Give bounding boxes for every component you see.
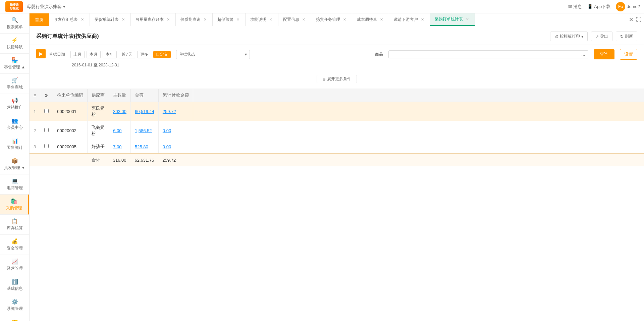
tab-close-receive-send[interactable]: ✕ — [80, 17, 85, 22]
cell-paid-amount[interactable]: 259.72 — [158, 102, 193, 121]
tab-expand-btn[interactable]: ⛶ — [636, 17, 641, 23]
cell-checkbox[interactable] — [40, 102, 53, 121]
goods-filter[interactable]: … — [388, 50, 588, 58]
refresh-button[interactable]: ↻ 刷新 — [616, 32, 637, 41]
cell-paid-amount[interactable]: 0.00 — [158, 140, 193, 154]
sidebar-item-retail-mgmt[interactable]: 🏪 零售管理 ▲ — [0, 54, 29, 74]
tab-label-invite-customer: 邀请下游客户 — [394, 17, 418, 22]
tab-receive-send[interactable]: 收发存汇总表 ✕ — [49, 13, 90, 26]
collab-icon: 🤝 — [1, 319, 28, 321]
cell-checkbox[interactable] — [40, 140, 53, 154]
row-checkbox[interactable] — [44, 109, 49, 113]
tab-close-pick-task[interactable]: ✕ — [342, 17, 347, 22]
tab-expiry-query[interactable]: 保质期查询 ✕ — [176, 13, 213, 26]
expand-more-btn[interactable]: ⊕ 展开更多条件 — [317, 75, 357, 83]
cell-main-qty[interactable]: 303.00 — [109, 102, 131, 121]
sidebar-label-retail-mgmt: 零售管理 ▲ — [4, 65, 25, 69]
refresh-label: 刷新 — [625, 34, 633, 39]
inventory-icon: 📋 — [1, 218, 28, 224]
sidebar-label-finance: 资金管理 — [7, 246, 23, 251]
ecommerce-icon: 💻 — [1, 178, 28, 184]
tab-label-expiry-query: 保质期查询 — [180, 17, 201, 22]
sidebar-item-search[interactable]: 🔍 搜索英单 — [0, 13, 29, 34]
sidebar-item-member[interactable]: 👥 会员中心 — [0, 114, 29, 134]
tab-purchase-stat[interactable]: 要货单统计表 ✕ — [90, 13, 131, 26]
query-button[interactable]: 查询 — [594, 49, 614, 59]
sidebar-item-operations[interactable]: 📈 经营管理 — [0, 255, 29, 275]
page-header-actions: 🖨 按模板打印 ▾ ↗ 导出 ↻ 刷新 — [550, 32, 637, 41]
tab-close-all-btn[interactable]: ✕ — [629, 16, 633, 23]
sidebar-label-retail-shop: 零售商城 — [7, 85, 23, 90]
row-checkbox[interactable] — [44, 128, 49, 132]
cell-main-qty[interactable]: 6.00 — [109, 121, 131, 140]
expand-icon: ⊕ — [322, 77, 326, 82]
sidebar-item-retail-stat[interactable]: 📊 零售统计 — [0, 134, 29, 154]
user-action[interactable]: Ea demo2 — [616, 2, 640, 11]
date-btn-this-month[interactable]: 本月 — [87, 51, 101, 58]
date-btn-7days[interactable]: 近7天 — [119, 51, 135, 58]
tab-label-pick-task: 拣货任务管理 — [316, 17, 340, 22]
tab-home-label: 首页 — [35, 17, 44, 23]
cell-supplier: 惠氏奶粉 — [88, 102, 109, 121]
tab-close-func-desc[interactable]: ✕ — [268, 17, 273, 22]
sidebar-item-system[interactable]: ⚙️ 系统管理 — [0, 295, 29, 315]
tab-label-purchase-stat: 要货单统计表 — [95, 17, 119, 22]
tab-close-purchase-stat[interactable]: ✕ — [121, 17, 126, 22]
sidebar-item-nav[interactable]: ⚡ 快捷导航 — [0, 34, 29, 54]
tab-close-overstock[interactable]: ✕ — [235, 17, 240, 22]
sidebar-item-purchase[interactable]: 🛍️ 采购管理 — [0, 195, 29, 215]
sidebar-item-collab[interactable]: 🤝 企业协同 — [0, 315, 29, 321]
template-print-button[interactable]: 🖨 按模板打印 ▾ — [550, 32, 588, 41]
top-bar: 畅捷通好生意 母婴行业演示账套 ▾ ✉ 消息 📱 App下载 Ea demo2 — [0, 0, 644, 13]
message-action[interactable]: ✉ 消息 — [568, 4, 582, 10]
tab-close-cost-adjust[interactable]: ✕ — [379, 17, 384, 22]
sidebar-item-ecommerce[interactable]: 💻 电商管理 — [0, 174, 29, 195]
sidebar-item-inventory[interactable]: 📋 库存核算 — [0, 215, 29, 235]
app-download-action[interactable]: 📱 App下载 — [587, 4, 610, 10]
tab-close-expiry-query[interactable]: ✕ — [203, 17, 208, 22]
cell-amount[interactable]: 525.80 — [131, 140, 159, 154]
cell-checkbox[interactable] — [40, 121, 53, 140]
workspace-selector[interactable]: 母婴行业演示账套 ▾ — [27, 4, 65, 10]
tab-close-available-inv[interactable]: ✕ — [166, 17, 171, 22]
settings-button[interactable]: 设置 — [620, 49, 637, 60]
system-icon: ⚙️ — [1, 299, 28, 305]
date-custom-btn[interactable]: 自定义 — [153, 51, 171, 58]
tab-purchase-order-stat[interactable]: 采购订单统计表 ✕ — [430, 13, 475, 26]
sidebar-item-finance[interactable]: 💰 资金管理 — [0, 235, 29, 255]
tab-func-desc[interactable]: 功能说明 ✕ — [246, 13, 278, 26]
cell-empty — [193, 121, 644, 140]
date-btn-more[interactable]: 更多 — [137, 51, 151, 58]
sidebar-item-wholesale[interactable]: 📦 批发管理 ▼ — [0, 154, 29, 174]
export-button[interactable]: ↗ 导出 — [591, 32, 612, 41]
cell-amount[interactable]: 60,519.44 — [131, 102, 159, 121]
tab-cost-adjust[interactable]: 成本调整单 ✕ — [352, 13, 389, 26]
tab-pick-task[interactable]: 拣货任务管理 ✕ — [311, 13, 352, 26]
status-filter[interactable]: 单据状态 ▾ — [176, 50, 250, 59]
finance-icon: 💰 — [1, 238, 28, 245]
sidebar-item-retail-shop[interactable]: 🛒 零售商城 — [0, 74, 29, 94]
table-footer-row: 合计 316.00 62,631.76 259.72 — [30, 153, 644, 166]
sidebar: 🔍 搜索英单 ⚡ 快捷导航 🏪 零售管理 ▲ 🛒 零售商城 📢 营销推广 👥 会… — [0, 13, 30, 321]
cell-amount[interactable]: 1,586.52 — [131, 121, 159, 140]
tab-config-info[interactable]: 配置信息 ✕ — [278, 13, 311, 26]
row-checkbox[interactable] — [44, 144, 49, 148]
date-btn-this-year[interactable]: 本年 — [103, 51, 117, 58]
tab-close-purchase-order-stat[interactable]: ✕ — [465, 17, 470, 22]
cell-main-qty[interactable]: 7.00 — [109, 140, 131, 154]
tab-available-inv[interactable]: 可用量库存账本 ✕ — [131, 13, 176, 26]
tab-overstock[interactable]: 超储预警 ✕ — [213, 13, 246, 26]
nav-icon: ⚡ — [1, 37, 28, 43]
tab-close-invite-customer[interactable]: ✕ — [420, 17, 425, 22]
tab-close-config-info[interactable]: ✕ — [301, 17, 306, 22]
table-row: 2 00020002 飞鹤奶粉 6.00 1,586.52 0.00 — [30, 121, 644, 140]
filter-toggle-btn[interactable]: ▶ — [36, 49, 46, 58]
sidebar-item-marketing[interactable]: 📢 营销推广 — [0, 94, 29, 114]
cell-paid-amount[interactable]: 0.00 — [158, 121, 193, 140]
date-btn-last-month[interactable]: 上月 — [70, 51, 85, 58]
tab-home[interactable]: 首页 — [30, 13, 49, 26]
col-settings[interactable]: ⚙ — [40, 89, 53, 102]
filter-area: ▶ 单据日期 上月 本月 本年 近7天 更多 自定义 — [30, 45, 644, 89]
tab-invite-customer[interactable]: 邀请下游客户 ✕ — [389, 13, 430, 26]
sidebar-item-basic[interactable]: ℹ️ 基础信息 — [0, 275, 29, 295]
